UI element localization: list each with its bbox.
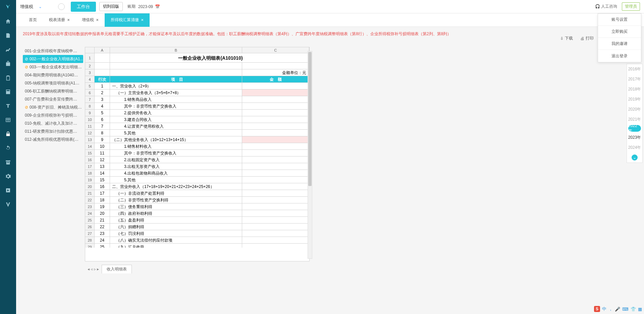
menu-item[interactable]: 立即购买	[598, 26, 641, 38]
cell-amount[interactable]	[242, 170, 309, 176]
cell-rownum[interactable]: 18	[95, 197, 110, 203]
row-number[interactable]: 29	[85, 244, 95, 248]
close-icon[interactable]: ✕	[96, 18, 99, 22]
row-number[interactable]: 26	[85, 224, 95, 230]
year-option[interactable]: 2018年	[627, 84, 642, 94]
cell-rownum[interactable]: 15	[95, 177, 110, 183]
tab-增值税[interactable]: 增值税✕	[76, 13, 105, 27]
tree-item[interactable]: 012-减免所得税优惠明细表(…	[23, 135, 83, 143]
sheet-tab-active[interactable]: 收入明细表	[102, 265, 132, 273]
cell-item[interactable]: 其中：非货币性资产交换收入	[110, 150, 242, 156]
cell-item[interactable]: （八）确实无法偿付的应付款项	[110, 237, 242, 243]
cell-amount[interactable]	[242, 197, 309, 203]
cell-amount[interactable]	[242, 210, 309, 216]
nav-doc-icon[interactable]	[4, 32, 12, 40]
cell-rownum[interactable]: 4	[95, 103, 110, 109]
ime-item[interactable]: 中	[602, 306, 606, 312]
cell-item[interactable]: （五）盘盈利得	[110, 217, 242, 223]
cell-item[interactable]: （二）其他业务收入（10+12+13+14+15）	[110, 136, 242, 143]
nav-table-icon[interactable]	[4, 116, 12, 124]
cell-rownum[interactable]: 3	[95, 96, 110, 103]
cell-item[interactable]: 3.建造合同收入	[110, 116, 242, 123]
row-number[interactable]: 16	[85, 156, 95, 163]
nav-refresh-icon[interactable]	[4, 144, 12, 152]
cell-rownum[interactable]: 14	[95, 170, 110, 176]
tree-item[interactable]: 011-研发费用加计扣除优惠…	[23, 127, 83, 135]
year-option[interactable]: 2023年	[627, 132, 642, 142]
cell-item[interactable]: （一）主营业务收入（3+5+6+7+8）	[110, 89, 242, 96]
cell-rownum[interactable]: 7	[95, 123, 110, 129]
year-option[interactable]: 2016年	[627, 64, 642, 74]
cell-item[interactable]: 4.让渡资产使用权收入	[110, 123, 242, 129]
tree-item[interactable]: ⊘002-一般企业收入明细表(A1…	[23, 55, 83, 63]
ime-shirt-icon[interactable]: 👕	[631, 307, 636, 312]
download-button[interactable]: ⇩ 下载	[560, 36, 573, 41]
workbench-button[interactable]: 工作台	[71, 2, 96, 12]
nav-active-icon[interactable]	[4, 130, 12, 138]
nav-home-icon[interactable]	[4, 17, 12, 25]
tree-item[interactable]: 001-企业所得税年度纳税申…	[23, 47, 83, 55]
row-number[interactable]: 22	[85, 197, 95, 203]
header-item[interactable]: 项 目	[110, 76, 242, 82]
sheet-title[interactable]: 一般企业收入明细表(A101010)	[110, 53, 309, 62]
cell-amount[interactable]	[242, 103, 309, 109]
cell-item[interactable]: （七）罚没利得	[110, 230, 242, 237]
cell-amount[interactable]	[242, 217, 309, 223]
cell-amount[interactable]	[242, 224, 309, 230]
tree-item[interactable]: 007-广告费和业务宣传费跨…	[23, 95, 83, 103]
year-more-icon[interactable]: ⌄	[632, 154, 638, 161]
cell-amount[interactable]	[242, 177, 309, 183]
tree-item[interactable]: 010-免税、减计收入及加计…	[23, 119, 83, 127]
cell-item[interactable]: 其中：非货币性资产交换收入	[110, 103, 242, 109]
close-icon[interactable]: ✕	[141, 18, 144, 22]
ime-badge[interactable]: S	[594, 306, 600, 312]
row-number[interactable]: 14	[85, 143, 95, 149]
cell-amount[interactable]	[242, 136, 309, 143]
nav-gear-icon[interactable]	[4, 172, 12, 180]
scrollbar-thumb[interactable]	[308, 52, 312, 186]
cell-item[interactable]: 5.其他	[110, 177, 242, 183]
tab-所得税汇算清缴[interactable]: 所得税汇算清缴✕	[105, 13, 150, 27]
cell-item[interactable]: 一、营业收入（2+9）	[110, 83, 242, 89]
row-number[interactable]: 18	[85, 170, 95, 176]
tree-item[interactable]: ⊘008-资产折旧、摊销及纳税…	[23, 103, 83, 111]
cell-rownum[interactable]: 22	[95, 224, 110, 230]
cell-amount[interactable]	[242, 150, 309, 156]
cell-amount[interactable]	[242, 116, 309, 123]
cell-amount[interactable]	[242, 89, 309, 96]
cell-item[interactable]: （一）非流动资产处置利得	[110, 190, 242, 196]
period-value[interactable]: 2023-09	[138, 4, 153, 9]
col-header-a[interactable]: A	[95, 47, 110, 53]
nav-play-icon[interactable]	[4, 186, 12, 194]
header-rownum[interactable]: 行次	[95, 76, 110, 82]
cell-amount[interactable]	[242, 110, 309, 116]
cell-amount[interactable]	[242, 143, 309, 149]
row-number[interactable]: 28	[85, 237, 95, 243]
cell-item[interactable]: 二、营业外收入（17+18+19+20+21+22+23+24+25+26）	[110, 183, 242, 190]
nav-calc-icon[interactable]	[4, 88, 12, 96]
chevron-down-icon[interactable]: ⌄	[39, 4, 42, 9]
cell-rownum[interactable]: 10	[95, 143, 110, 149]
switch-old-button[interactable]: 切到旧版	[99, 2, 123, 11]
ime-grid-icon[interactable]: ▦	[638, 307, 642, 312]
tree-item[interactable]: 009-企业所得税弥补亏损明…	[23, 111, 83, 119]
cell-rownum[interactable]: 6	[95, 116, 110, 123]
cell-item[interactable]: 5.其他	[110, 130, 242, 136]
cell-rownum[interactable]: 21	[95, 217, 110, 223]
nav-v-icon[interactable]	[4, 200, 12, 208]
sheet-corner[interactable]	[85, 47, 95, 53]
cell-rownum[interactable]: 5	[95, 110, 110, 116]
cell-item[interactable]: 2.出租固定资产收入	[110, 156, 242, 163]
row-number[interactable]: 13	[85, 136, 95, 143]
row-number[interactable]: 17	[85, 163, 95, 170]
ime-mic-icon[interactable]: 🎤	[615, 307, 620, 312]
cell-rownum[interactable]: 13	[95, 163, 110, 170]
cell-item[interactable]: （四）政府补助利得	[110, 210, 242, 216]
row-number[interactable]: 19	[85, 177, 95, 183]
year-option[interactable]: 2017年	[627, 74, 642, 84]
cell-amount[interactable]	[242, 96, 309, 103]
cell-rownum[interactable]: 16	[95, 183, 110, 190]
row-number[interactable]: 7	[85, 96, 95, 103]
cell-rownum[interactable]: 11	[95, 150, 110, 156]
row-number[interactable]: 6	[85, 89, 95, 96]
